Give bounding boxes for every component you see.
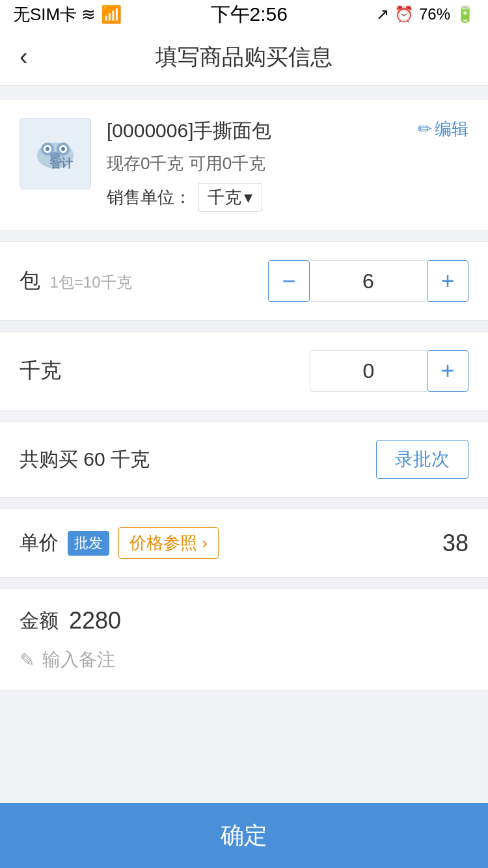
unit-value: 千克 <box>208 186 241 209</box>
kg-qty-control: + <box>310 350 468 392</box>
price-section: 单价 批发 价格参照 › 38 <box>0 508 488 578</box>
wifi-icon: 📶 <box>101 5 122 25</box>
status-time: 下午2:56 <box>211 1 288 28</box>
kg-label: 千克 <box>20 359 61 382</box>
package-label: 包 <box>20 269 40 292</box>
product-card: 智计 [0000006]手撕面包 ✏ 编辑 现存0千克 可用0千克 销售单位： … <box>0 99 488 231</box>
nav-bar: ‹ 填写商品购买信息 <box>0 29 488 86</box>
kg-increment-button[interactable]: + <box>427 350 468 392</box>
status-bar: 无SIM卡 ≋ 📶 下午2:56 ↗ ⏰ 76% 🔋 <box>0 0 488 29</box>
edit-button[interactable]: ✏ 编辑 <box>418 118 468 141</box>
edit-icon: ✏ <box>418 119 432 139</box>
amount-row: 金额 2280 <box>20 607 468 634</box>
package-qty-input[interactable] <box>310 260 427 302</box>
product-info: [0000006]手撕面包 ✏ 编辑 现存0千克 可用0千克 销售单位： 千克 … <box>107 118 468 212</box>
note-row[interactable]: ✎ 输入备注 <box>20 647 468 672</box>
price-value: 38 <box>442 530 468 557</box>
note-placeholder: 输入备注 <box>42 647 115 672</box>
unit-select[interactable]: 千克 ▾ <box>198 183 262 212</box>
page-title: 填写商品购买信息 <box>156 42 332 72</box>
batch-button[interactable]: 录批次 <box>376 440 468 479</box>
package-qty-row: 包 1包=10千克 − + <box>0 242 488 320</box>
location-icon: ↗ <box>376 5 389 23</box>
svg-text:智计: 智计 <box>49 157 74 170</box>
svg-point-5 <box>46 147 49 151</box>
product-unit-row: 销售单位： 千克 ▾ <box>107 183 468 212</box>
product-title-row: [0000006]手撕面包 ✏ 编辑 <box>107 118 468 144</box>
status-carrier: 无SIM卡 ≋ 📶 <box>13 3 122 26</box>
amount-label: 金额 <box>20 608 59 634</box>
kg-section: 千克 + <box>0 331 488 411</box>
product-name: [0000006]手撕面包 <box>107 118 418 144</box>
product-logo: 智计 <box>33 131 78 177</box>
battery-icon: 🔋 <box>455 5 475 23</box>
package-label-group: 包 1包=10千克 <box>20 267 132 295</box>
price-ref-button[interactable]: 价格参照 › <box>118 527 219 559</box>
battery-text: 76% <box>419 5 450 23</box>
svg-point-6 <box>61 147 65 151</box>
product-stock: 现存0千克 可用0千克 <box>107 152 468 175</box>
bottom-spacer <box>0 691 488 769</box>
confirm-button[interactable]: 确定 <box>0 803 488 868</box>
price-label-group: 单价 批发 价格参照 › <box>20 527 219 559</box>
package-section: 包 1包=10千克 − + <box>0 241 488 321</box>
status-right-group: ↗ ⏰ 76% 🔋 <box>376 5 475 23</box>
amount-value: 2280 <box>69 607 121 634</box>
kg-qty-input[interactable] <box>310 350 427 392</box>
package-decrement-button[interactable]: − <box>268 260 310 302</box>
price-label: 单价 <box>20 530 59 556</box>
amount-section: 金额 2280 ✎ 输入备注 <box>0 588 488 691</box>
alarm-icon: ⏰ <box>394 5 414 23</box>
package-qty-control: − + <box>268 260 468 302</box>
kg-qty-row: 千克 + <box>0 332 488 410</box>
total-section: 共购买 60 千克 录批次 <box>0 421 488 498</box>
product-image: 智计 <box>20 118 91 189</box>
dropdown-icon: ▾ <box>244 187 252 208</box>
kg-label-group: 千克 <box>20 357 61 385</box>
package-sublabel: 1包=10千克 <box>49 273 131 291</box>
price-badge: 批发 <box>68 531 109 556</box>
note-icon: ✎ <box>20 649 34 671</box>
unit-label: 销售单位： <box>107 186 191 209</box>
back-button[interactable]: ‹ <box>20 43 28 71</box>
total-label: 共购买 60 千克 <box>20 446 150 473</box>
package-increment-button[interactable]: + <box>427 260 468 302</box>
price-row: 单价 批发 价格参照 › 38 <box>20 527 468 559</box>
carrier-text: 无SIM卡 ≋ <box>13 3 96 26</box>
